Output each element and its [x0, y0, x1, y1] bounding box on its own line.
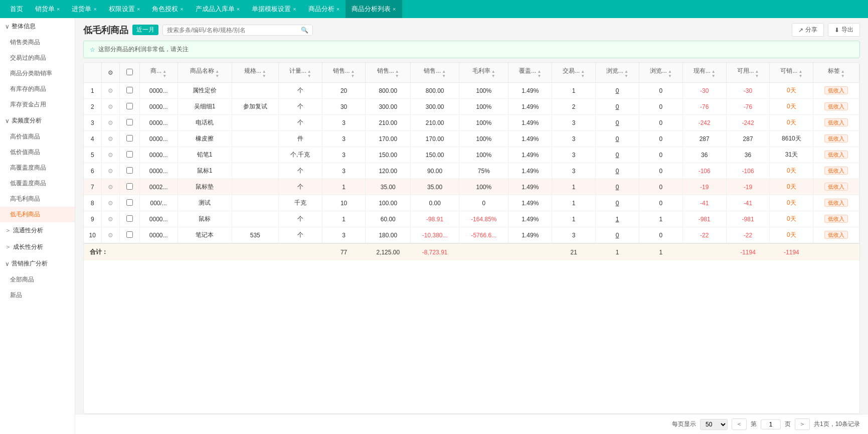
row-view1-link[interactable]: 0: [616, 103, 619, 110]
data-table-container[interactable]: ⚙商...▲▼商品名称▲▼规格...▲▼计量...▲▼销售...▲▼销售...▲…: [83, 62, 860, 414]
sidebar-section-卖频度分析[interactable]: ∨卖频度分析: [0, 112, 75, 129]
sidebar-item-低毛利商品[interactable]: 低毛利商品: [0, 207, 75, 222]
sort-icon[interactable]: ▲▼: [442, 69, 446, 78]
col-header-unit[interactable]: 计量...▲▼: [278, 63, 322, 83]
col-header-name[interactable]: 商品名称▲▼: [178, 63, 232, 83]
row-settings-icon[interactable]: ⚙: [108, 216, 113, 223]
nav-item-销货单[interactable]: 销货单×: [29, 0, 66, 18]
row-checkbox[interactable]: [126, 215, 133, 222]
sort-icon[interactable]: ▲▼: [162, 69, 166, 78]
sidebar-item-有库存的商品[interactable]: 有库存的商品: [0, 81, 75, 97]
nav-item-单据模板设置[interactable]: 单据模板设置×: [246, 0, 302, 18]
row-checkbox[interactable]: [126, 103, 133, 109]
sidebar-section-成长性分析[interactable]: ＞成长性分析: [0, 239, 75, 255]
share-button[interactable]: ↗ 分享: [792, 23, 824, 37]
sort-icon[interactable]: ▲▼: [755, 69, 759, 78]
row-view1-link[interactable]: 0: [616, 200, 619, 207]
sidebar-item-销售类商品[interactable]: 销售类商品: [0, 35, 75, 50]
sidebar-item-高覆盖度商品[interactable]: 高覆盖度商品: [0, 160, 75, 176]
col-header-trade[interactable]: 交易...▲▼: [552, 63, 596, 83]
col-header-tag[interactable]: 标签▲▼: [813, 63, 859, 83]
col-header-view1[interactable]: 浏览...▲▼: [596, 63, 639, 83]
row-view1-link[interactable]: 0: [616, 135, 619, 142]
col-header-sales_qty[interactable]: 销售...▲▼: [322, 63, 366, 83]
nav-close-商品分析[interactable]: ×: [336, 6, 339, 12]
col-header-code[interactable]: 商...▲▼: [139, 63, 178, 83]
sidebar-section-整体信息[interactable]: ∨整体信息: [0, 18, 75, 35]
sort-icon[interactable]: ▲▼: [307, 69, 311, 78]
col-header-available[interactable]: 可用...▲▼: [726, 63, 770, 83]
sort-icon[interactable]: ▲▼: [581, 69, 585, 78]
sort-icon[interactable]: ▲▼: [668, 69, 672, 78]
col-header-spec[interactable]: 规格...▲▼: [232, 63, 278, 83]
row-settings-icon[interactable]: ⚙: [108, 119, 113, 126]
row-view1-link[interactable]: 0: [616, 168, 619, 175]
col-header-view2[interactable]: 浏览...▲▼: [639, 63, 682, 83]
sidebar-item-商品分类助销率[interactable]: 商品分类助销率: [0, 66, 75, 81]
col-header-sales_price[interactable]: 销售...▲▼: [366, 63, 411, 83]
row-checkbox[interactable]: [126, 151, 133, 158]
page-size-select[interactable]: 50 100: [700, 419, 728, 430]
sidebar-section-流通性分析[interactable]: ＞流通性分析: [0, 222, 75, 239]
row-settings-icon[interactable]: ⚙: [108, 200, 113, 207]
search-icon[interactable]: 🔍: [301, 27, 308, 34]
nav-close-销货单[interactable]: ×: [57, 6, 60, 12]
nav-close-单据模板设置[interactable]: ×: [293, 6, 296, 12]
filter-tag[interactable]: 近一月: [132, 25, 158, 35]
sidebar-item-交易过的商品[interactable]: 交易过的商品: [0, 50, 75, 66]
row-view1-link[interactable]: 0: [616, 119, 619, 126]
row-view1-link[interactable]: 0: [616, 232, 619, 239]
col-header-settings[interactable]: ⚙: [101, 63, 120, 83]
nav-item-进货单[interactable]: 进货单×: [66, 0, 102, 18]
sort-icon[interactable]: ▲▼: [537, 69, 541, 78]
sidebar-item-全部商品[interactable]: 全部商品: [0, 272, 75, 287]
row-settings-icon[interactable]: ⚙: [108, 152, 113, 159]
row-checkbox[interactable]: [126, 119, 133, 125]
nav-item-权限设置[interactable]: 权限设置×: [103, 0, 146, 18]
sort-icon[interactable]: ▲▼: [351, 69, 355, 78]
sidebar-section-营销推广分析[interactable]: ∨营销推广分析: [0, 255, 75, 272]
sidebar-item-低价值商品[interactable]: 低价值商品: [0, 144, 75, 160]
row-settings-icon[interactable]: ⚙: [108, 87, 113, 94]
nav-item-角色授权[interactable]: 角色授权×: [146, 0, 189, 18]
col-header-current[interactable]: 现有...▲▼: [682, 63, 726, 83]
col-header-coverage[interactable]: 覆盖...▲▼: [508, 63, 552, 83]
page-number-input[interactable]: [761, 419, 781, 429]
sidebar-item-新品[interactable]: 新品: [0, 287, 75, 303]
nav-item-产成品入库单[interactable]: 产成品入库单×: [190, 0, 246, 18]
select-all-checkbox[interactable]: [126, 69, 133, 75]
export-button[interactable]: ⬇ 导出: [828, 23, 860, 37]
row-view1-link[interactable]: 1: [616, 216, 619, 223]
col-header-sales_profit[interactable]: 销售...▲▼: [411, 63, 459, 83]
nav-close-产成品入库单[interactable]: ×: [237, 6, 240, 12]
nav-close-商品分析列表[interactable]: ×: [393, 6, 396, 12]
sort-icon[interactable]: ▲▼: [624, 69, 628, 78]
row-checkbox[interactable]: [126, 87, 133, 93]
nav-item-首页[interactable]: 首页: [4, 0, 29, 18]
row-checkbox[interactable]: [126, 167, 133, 174]
nav-close-角色授权[interactable]: ×: [180, 6, 183, 12]
nav-item-商品分析列表[interactable]: 商品分析列表×: [345, 0, 402, 18]
sidebar-item-高毛利商品[interactable]: 高毛利商品: [0, 191, 75, 207]
sort-icon[interactable]: ▲▼: [841, 69, 845, 78]
row-view1-link[interactable]: 0: [616, 184, 619, 191]
sort-icon[interactable]: ▲▼: [215, 69, 219, 78]
nav-close-进货单[interactable]: ×: [93, 6, 96, 12]
col-header-gross_margin[interactable]: 毛利率▲▼: [459, 63, 508, 83]
nav-close-权限设置[interactable]: ×: [137, 6, 140, 12]
row-settings-icon[interactable]: ⚙: [108, 232, 113, 239]
sort-icon[interactable]: ▲▼: [798, 69, 802, 78]
sidebar-item-低覆盖度商品[interactable]: 低覆盖度商品: [0, 176, 75, 191]
row-checkbox[interactable]: [126, 135, 133, 141]
sort-icon[interactable]: ▲▼: [491, 69, 495, 78]
nav-item-商品分析[interactable]: 商品分析×: [302, 0, 345, 18]
row-checkbox[interactable]: [126, 183, 133, 190]
sidebar-item-高价值商品[interactable]: 高价值商品: [0, 129, 75, 144]
sort-icon[interactable]: ▲▼: [395, 69, 399, 78]
prev-page-button[interactable]: ＜: [732, 418, 747, 430]
row-settings-icon[interactable]: ⚙: [108, 135, 113, 142]
col-header-sellable[interactable]: 可销...▲▼: [770, 63, 813, 83]
row-view1-link[interactable]: 0: [616, 152, 619, 159]
row-settings-icon[interactable]: ⚙: [108, 184, 113, 191]
sidebar-item-库存资金占用[interactable]: 库存资金占用: [0, 97, 75, 112]
